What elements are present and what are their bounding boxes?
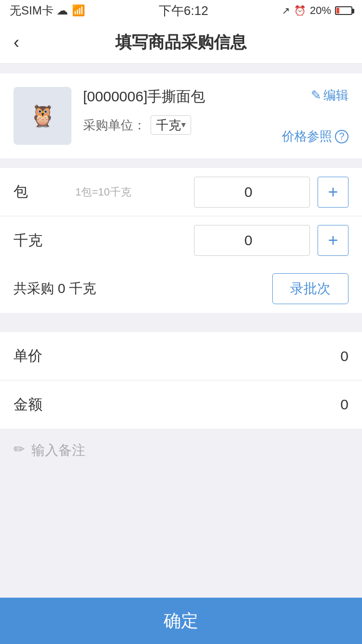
status-left: 无SIM卡 ☁ 📶 [10,3,85,18]
unit-select-wrap[interactable]: 千克 [151,115,191,135]
price-value: 0 [340,348,348,364]
price-ref-label: 价格参照 [282,128,332,145]
wifi-icon: 📶 [72,4,85,17]
price-label: 单价 [14,346,42,366]
bao-input[interactable] [194,177,310,208]
product-card: 🦉 [0000006]手撕面包 采购单位： 千克 ✎ 编辑 价格参照 ? [0,73,362,158]
back-button[interactable]: ‹ [14,32,19,53]
unit-select[interactable]: 千克 [151,115,191,135]
edit-label: 编辑 [323,87,348,104]
bao-label: 包 [14,182,71,202]
remark-section[interactable]: ✏ 输入备注 [0,430,362,488]
page-title: 填写商品采购信息 [115,31,247,54]
summary-text: 共采购 0 千克 [14,280,96,298]
edit-icon: ✎ [311,88,321,103]
status-time: 下午6:12 [159,2,209,19]
unit-label: 采购单位： [83,117,146,134]
kg-plus-button[interactable]: + [318,225,348,256]
edit-button[interactable]: ✎ 编辑 [311,87,348,104]
divider-1 [0,158,362,168]
product-thumbnail: 🦉 [14,87,71,145]
bao-row: 包 1包=10千克 + [0,168,362,216]
alarm-icon: ⏰ [294,5,306,16]
amount-row: 金额 0 [0,380,362,429]
summary-row: 共采购 0 千克 录批次 [0,265,362,313]
price-row: 单价 0 [0,332,362,380]
bao-plus-button[interactable]: + [318,177,348,208]
bao-input-wrap: + [131,177,348,208]
remark-placeholder: 输入备注 [31,441,85,460]
battery-percent: 20% [310,4,331,17]
pencil-icon: ✏ [14,441,25,457]
kg-input[interactable] [194,225,310,256]
kg-input-wrap: + [71,225,348,256]
batch-button[interactable]: 录批次 [272,273,348,304]
price-amount-section: 单价 0 金额 0 [0,332,362,429]
confirm-button[interactable]: 确定 [0,598,362,644]
price-ref-button[interactable]: 价格参照 ? [282,128,348,145]
battery-icon [335,6,352,15]
kg-label: 千克 [14,231,71,251]
kg-row: 千克 + [0,216,362,265]
status-bar: 无SIM卡 ☁ 📶 下午6:12 ↗ ⏰ 20% [0,0,362,21]
amount-value: 0 [340,396,348,413]
help-icon: ? [335,130,348,143]
amount-label: 金额 [14,395,42,415]
status-right: ↗ ⏰ 20% [282,4,352,17]
product-name: [0000006]手撕面包 [83,87,348,107]
sim-label: 无SIM卡 ☁ [10,3,68,18]
quantity-section: 包 1包=10千克 + 千克 + [0,168,362,265]
bao-sublabel: 1包=10千克 [75,185,131,199]
nav-bar: ‹ 填写商品采购信息 [0,21,362,64]
location-icon: ↗ [282,5,290,16]
divider-2 [0,313,362,322]
